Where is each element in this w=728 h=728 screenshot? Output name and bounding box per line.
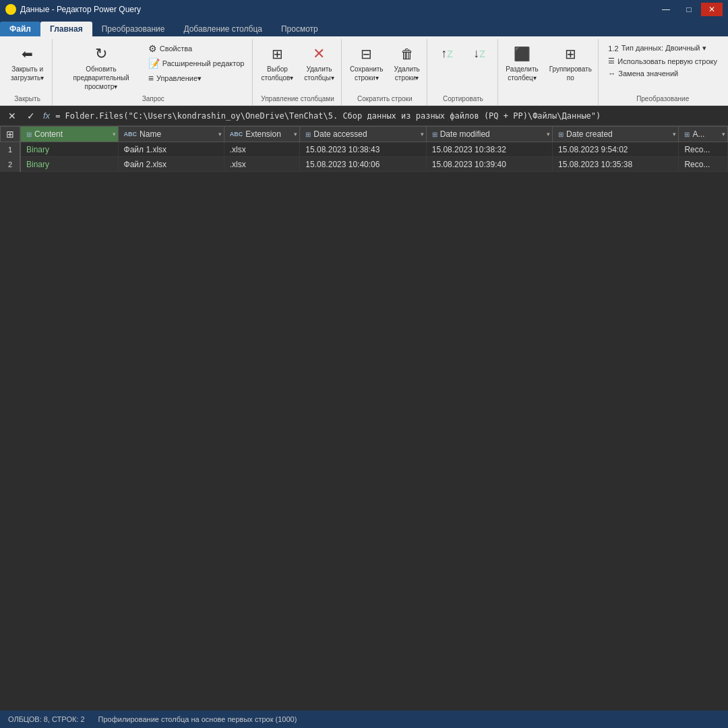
col-extension-inner: ABC Extension xyxy=(230,129,295,139)
tab-view[interactable]: Просмотр xyxy=(272,22,328,36)
row-2-name: Файл 2.xlsx xyxy=(118,157,224,172)
row-1-index: 1 xyxy=(1,142,21,157)
col-name-label: Name xyxy=(140,129,161,139)
close-load-group-label: Закрыть xyxy=(14,94,40,102)
properties-icon: ⚙ xyxy=(148,43,157,54)
sort-group-label: Сортировать xyxy=(443,94,483,102)
table-row: 1 Binary Файл 1.xlsx .xlsx 15.08.2023 10… xyxy=(1,142,728,157)
remove-rows-icon: 🗑 xyxy=(398,44,417,63)
col-header-date-modified: ⊞ Date modified ▾ xyxy=(426,127,552,142)
maximize-button[interactable]: □ xyxy=(678,3,700,16)
remove-rows-label: Удалитьстроки▾ xyxy=(394,65,420,82)
choose-cols-button[interactable]: ⊞ Выборстолбцов▾ xyxy=(257,42,297,85)
col-header-index-inner: ⊞ xyxy=(6,129,14,140)
main-area: ⊞ ⊞ Content ▾ ABC Name xyxy=(0,126,728,719)
query-group-label: Запрос xyxy=(142,94,164,102)
manage-icon: ≡ xyxy=(148,73,154,84)
title-bar-controls: — □ ✕ xyxy=(655,3,723,16)
replace-vals-label: Замена значений xyxy=(618,69,678,78)
manage-cols-group-label: Управление столбцами xyxy=(261,94,334,102)
col-attributes-label: A... xyxy=(692,129,704,139)
ribbon-group-split: ⬛ Разделитьстолбец▾ ⊞ Группироватьпо xyxy=(499,39,599,105)
refresh-label: Обновить предварительныйпросмотр▾ xyxy=(63,65,139,91)
remove-cols-icon: ✕ xyxy=(309,44,328,63)
tab-home[interactable]: Главная xyxy=(40,22,92,36)
table-grid-icon[interactable]: ⊞ xyxy=(6,129,14,140)
ribbon-group-query: ↻ Обновить предварительныйпросмотр▾ ⚙ Св… xyxy=(54,39,253,105)
sort-desc-button[interactable]: ↓Z xyxy=(464,42,494,67)
advanced-editor-button[interactable]: 📝 Расширенный редактор xyxy=(146,57,247,70)
ribbon: ⬅ Закрыть изагрузить▾ Закрыть ↻ Обновить… xyxy=(0,36,728,106)
col-extension-filter[interactable]: ▾ xyxy=(294,131,297,138)
first-row-label: Использовать первую строку xyxy=(617,57,717,65)
app-icon: ⚡ xyxy=(5,4,16,15)
tab-add-column[interactable]: Добавление столбца xyxy=(174,22,272,36)
col-name-inner: ABC Name xyxy=(124,129,218,139)
sort-row: ↑Z ↓Z xyxy=(432,42,494,94)
col-date-created-inner: ⊞ Date created xyxy=(558,129,673,139)
row-2-date-modified: 15.08.2023 10:39:40 xyxy=(426,157,552,172)
split-col-button[interactable]: ⬛ Разделитьстолбец▾ xyxy=(502,42,542,85)
col-attributes-inner: ⊞ A... xyxy=(684,129,722,139)
data-table: ⊞ ⊞ Content ▾ ABC Name xyxy=(0,126,728,172)
col-date-modified-filter[interactable]: ▾ xyxy=(547,131,550,138)
properties-button[interactable]: ⚙ Свойства xyxy=(146,42,247,55)
first-row-button[interactable]: ☰ Использовать первую строку xyxy=(605,55,720,67)
keep-rows-label: Сохранитьстроки▾ xyxy=(350,65,384,82)
col-content-filter[interactable]: ▾ xyxy=(113,131,116,138)
manage-button[interactable]: ≡ Управление▾ xyxy=(146,71,247,85)
row-2-extension: .xlsx xyxy=(224,157,300,172)
close-button[interactable]: ✕ xyxy=(701,3,723,16)
manage-cols-row: ⊞ Выборстолбцов▾ ✕ Удалитьстолбцы▾ xyxy=(257,42,338,94)
row-1-date-accessed: 15.08.2023 10:38:43 xyxy=(300,142,426,157)
status-profile-info: Профилирование столбца на основе первых … xyxy=(98,715,297,723)
split-row: ⬛ Разделитьстолбец▾ ⊞ Группироватьпо xyxy=(502,42,596,101)
col-date-created-filter[interactable]: ▾ xyxy=(673,131,676,138)
ribbon-group-sort: ↑Z ↓Z Сортировать xyxy=(429,39,498,105)
col-date-created-label: Date created xyxy=(566,129,613,139)
data-type-row: 1.2 Тип данных: Двоичный ▾ xyxy=(605,42,720,55)
col-date-modified-inner: ⊞ Date modified xyxy=(432,129,547,139)
sort-asc-button[interactable]: ↑Z xyxy=(432,42,462,67)
col-attributes-filter[interactable]: ▾ xyxy=(722,131,725,138)
split-col-label: Разделитьстолбец▾ xyxy=(506,65,538,82)
data-type-button[interactable]: 1.2 Тип данных: Двоичный ▾ xyxy=(605,42,708,54)
col-extension-label: Extension xyxy=(245,129,281,139)
tab-transform[interactable]: Преобразование xyxy=(92,22,175,36)
row-2-index: 2 xyxy=(1,157,21,172)
remove-rows-button[interactable]: 🗑 Удалитьстроки▾ xyxy=(390,42,424,85)
query-row: ↻ Обновить предварительныйпросмотр▾ ⚙ Св… xyxy=(59,42,247,94)
tab-file[interactable]: Файл xyxy=(0,22,40,36)
ribbon-group-reduce-rows: ⊟ Сохранитьстроки▾ 🗑 Удалитьстроки▾ Сокр… xyxy=(343,39,427,105)
replace-vals-button[interactable]: ↔ Замена значений xyxy=(605,68,681,79)
refresh-button[interactable]: ↻ Обновить предварительныйпросмотр▾ xyxy=(59,42,143,94)
col-name-filter[interactable]: ▾ xyxy=(218,131,222,138)
col-header-attributes: ⊞ A... ▾ xyxy=(679,127,728,142)
row-1-extension: .xlsx xyxy=(224,142,300,157)
row-1-name: Файл 1.xlsx xyxy=(118,142,224,157)
col-date-accessed-filter[interactable]: ▾ xyxy=(421,131,424,138)
minimize-button[interactable]: — xyxy=(655,3,677,16)
split-col-icon: ⬛ xyxy=(513,44,532,63)
row-1-attributes: Reco... xyxy=(679,142,728,157)
ribbon-group-close-load: ⬅ Закрыть изагрузить▾ Закрыть xyxy=(3,39,53,105)
col-header-name: ABC Name ▾ xyxy=(118,127,224,142)
status-bar: ОЛБЦОВ: 8, СТРОК: 2 Профилирование столб… xyxy=(0,710,728,728)
data-type-icon: 1.2 xyxy=(608,44,618,53)
col-header-extension: ABC Extension ▾ xyxy=(224,127,300,142)
close-load-button[interactable]: ⬅ Закрыть изагрузить▾ xyxy=(7,42,48,85)
col-content-type-icon: ⊞ xyxy=(26,131,32,138)
keep-rows-button[interactable]: ⊟ Сохранитьстроки▾ xyxy=(346,42,388,85)
formula-cancel-button[interactable]: ✕ xyxy=(5,109,19,123)
row-2-date-created: 15.08.2023 10:35:38 xyxy=(553,157,679,172)
col-header-content: ⊞ Content ▾ xyxy=(20,127,118,142)
group-by-button[interactable]: ⊞ Группироватьпо xyxy=(545,42,596,85)
formula-confirm-button[interactable]: ✓ xyxy=(24,109,38,123)
status-col-info: ОЛБЦОВ: 8, СТРОК: 2 xyxy=(8,715,85,723)
row-1-date-created: 15.08.2023 9:54:02 xyxy=(553,142,679,157)
close-load-label: Закрыть изагрузить▾ xyxy=(11,65,44,82)
remove-cols-button[interactable]: ✕ Удалитьстолбцы▾ xyxy=(300,42,338,85)
col-date-modified-type-icon: ⊞ xyxy=(432,131,437,138)
remove-cols-label: Удалитьстолбцы▾ xyxy=(304,65,334,82)
col-extension-type-icon: ABC xyxy=(230,131,243,138)
